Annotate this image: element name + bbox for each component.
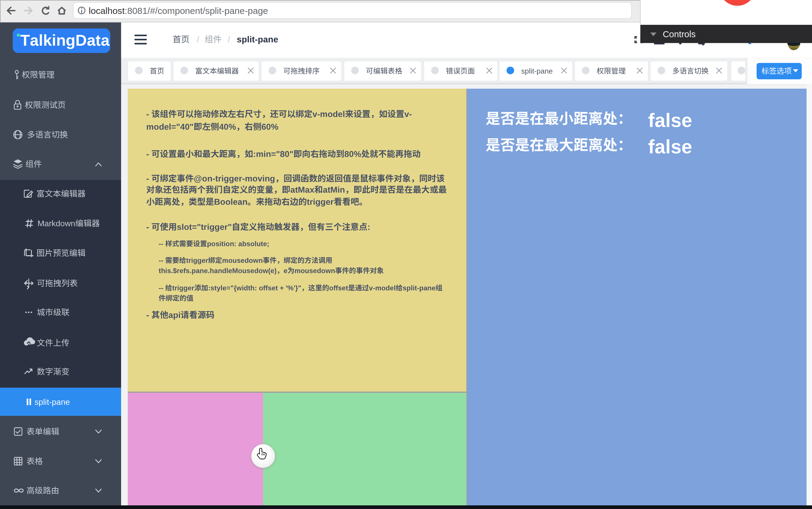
svg-text:Controls: Controls [663, 29, 696, 39]
svg-text:/: / [197, 35, 199, 44]
svg-text:/: / [228, 35, 230, 44]
svg-text:localhost:8081/#/component/spl: localhost:8081/#/component/split-pane-pa… [89, 6, 268, 16]
